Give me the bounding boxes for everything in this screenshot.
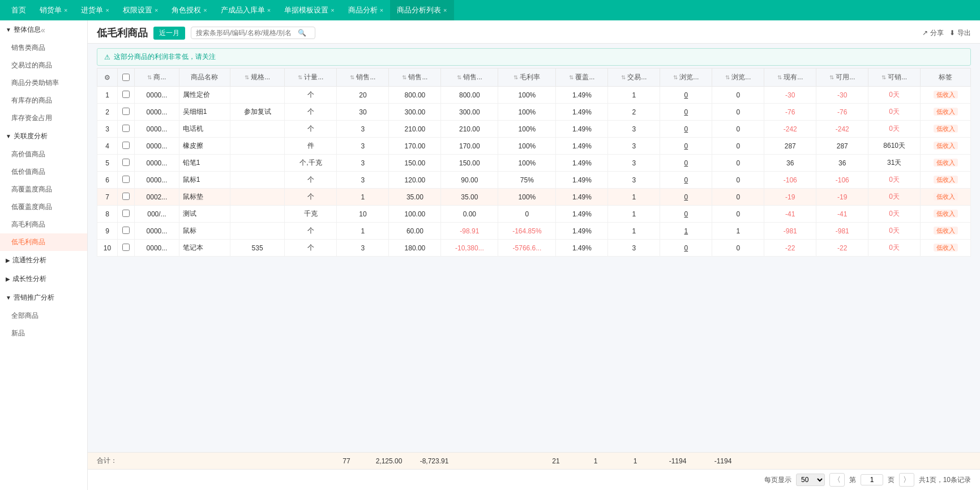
sidebar-item-low-value[interactable]: 低价值商品 <box>0 163 87 181</box>
code-col-header[interactable]: ⇅商... <box>135 69 179 87</box>
nav-sales-order[interactable]: 销货单 × <box>33 0 74 20</box>
row-views1[interactable]: 0 <box>660 155 712 172</box>
nav-analysis-list[interactable]: 商品分析列表 × <box>390 0 453 20</box>
sidebar-collapse-btn[interactable]: « <box>41 25 45 35</box>
row-saleable: 0天 <box>868 206 921 223</box>
sort-icon-avail: ⇅ <box>829 74 834 80</box>
sidebar-item-in-stock[interactable]: 有库存的商品 <box>0 92 87 109</box>
sidebar-item-category-sales-rate[interactable]: 商品分类助销率 <box>0 74 87 92</box>
row-views1[interactable]: 0 <box>660 240 712 257</box>
sidebar-section-circulation-header[interactable]: ▶ 流通性分析 <box>0 251 87 270</box>
saleable-col-header[interactable]: ⇅可销... <box>868 69 921 87</box>
current-stock-col-header[interactable]: ⇅现有... <box>764 69 816 87</box>
checkbox-col-header[interactable] <box>118 69 135 87</box>
nav-close-inbound[interactable]: × <box>267 0 271 20</box>
row-checkbox[interactable] <box>118 206 135 223</box>
sidebar-section-marketing-header[interactable]: ▼ 营销推广分析 <box>0 288 87 307</box>
settings-col-header[interactable]: ⚙ <box>97 69 118 87</box>
row-saleable: 0天 <box>868 87 921 104</box>
row-current-stock: 36 <box>764 155 816 172</box>
nav-close-permissions[interactable]: × <box>155 0 158 20</box>
total-info: 共1页，10条记录 <box>919 475 971 485</box>
nav-close-sales[interactable]: × <box>64 0 67 20</box>
sidebar-item-high-coverage[interactable]: 高覆盖度商品 <box>0 181 87 198</box>
sidebar-item-inventory-capital[interactable]: 库存资金占用 <box>0 109 87 127</box>
sidebar-item-high-value[interactable]: 高价值商品 <box>0 146 87 163</box>
row-views1[interactable]: 0 <box>660 138 712 155</box>
transactions-col-header[interactable]: ⇅交易... <box>608 69 660 87</box>
row-checkbox[interactable] <box>118 189 135 206</box>
nav-role-auth[interactable]: 角色授权 × <box>165 0 213 20</box>
row-views1[interactable]: 0 <box>660 104 712 121</box>
row-views1[interactable]: 0 <box>660 189 712 206</box>
sidebar-item-traded-products[interactable]: 交易过的商品 <box>0 57 87 74</box>
share-button[interactable]: ↗ 分享 <box>922 28 944 38</box>
row-checkbox[interactable] <box>118 138 135 155</box>
unit-col-header[interactable]: ⇅计量... <box>285 69 337 87</box>
nav-purchase-order[interactable]: 进货单 × <box>74 0 115 20</box>
nav-close-role[interactable]: × <box>203 0 207 20</box>
sidebar-section-correlation-header[interactable]: ▼ 关联度分析 <box>0 127 87 146</box>
coverage-col-header[interactable]: ⇅覆盖... <box>556 69 608 87</box>
search-input[interactable] <box>196 29 298 37</box>
row-spec: 535 <box>230 240 285 257</box>
date-filter-button[interactable]: 近一月 <box>153 27 185 40</box>
row-checkbox[interactable] <box>118 104 135 121</box>
row-sales-qty: 20 <box>337 87 389 104</box>
next-page-button[interactable]: 〉 <box>899 473 914 487</box>
search-icon[interactable]: 🔍 <box>298 29 306 37</box>
tag-col-header[interactable]: 标签 <box>921 69 971 87</box>
row-checkbox[interactable] <box>118 240 135 257</box>
settings-icon[interactable]: ⚙ <box>104 74 110 82</box>
gross-margin-col-header[interactable]: ⇅毛利率 <box>498 69 556 87</box>
nav-permissions[interactable]: 权限设置 × <box>116 0 165 20</box>
select-all-checkbox[interactable] <box>122 74 130 81</box>
per-page-select[interactable]: 50 100 <box>796 474 825 486</box>
row-tag: 低收入 <box>921 223 971 240</box>
total-available: -1194 <box>700 457 746 465</box>
export-button[interactable]: ⬇ 导出 <box>949 28 971 38</box>
nav-home[interactable]: 首页 <box>5 0 33 20</box>
sidebar-section-growth-header[interactable]: ▶ 成长性分析 <box>0 270 87 288</box>
sidebar-item-high-margin[interactable]: 高毛利商品 <box>0 216 87 233</box>
nav-template-settings[interactable]: 单据模板设置 × <box>277 0 341 20</box>
nav-close-purchase[interactable]: × <box>105 0 109 20</box>
available-col-header[interactable]: ⇅可用... <box>816 69 868 87</box>
nav-product-inbound[interactable]: 产成品入库单 × <box>214 0 277 20</box>
row-checkbox[interactable] <box>118 223 135 240</box>
page-number-input[interactable] <box>861 474 883 485</box>
row-views1[interactable]: 0 <box>660 121 712 138</box>
export-icon: ⬇ <box>949 29 955 37</box>
row-views2: 0 <box>712 138 764 155</box>
sidebar-item-sales-products[interactable]: 销售类商品 <box>0 39 87 57</box>
row-views1[interactable]: 0 <box>660 87 712 104</box>
row-name: 铅笔1 <box>179 155 230 172</box>
sales-qty-col-header[interactable]: ⇅销售... <box>337 69 389 87</box>
sidebar-item-new-products[interactable]: 新品 <box>0 325 87 342</box>
row-checkbox[interactable] <box>118 155 135 172</box>
nav-close-analysis[interactable]: × <box>380 0 383 20</box>
nav-product-analysis[interactable]: 商品分析 × <box>341 0 390 20</box>
row-views1[interactable]: 0 <box>660 206 712 223</box>
sales-amount-col-header[interactable]: ⇅销售... <box>389 69 441 87</box>
sidebar-section-overall-header[interactable]: ▼ 整体信息 « <box>0 20 87 39</box>
nav-close-template[interactable]: × <box>331 0 334 20</box>
sales-profit-col-header[interactable]: ⇅销售... <box>441 69 498 87</box>
sidebar-item-all-products[interactable]: 全部商品 <box>0 307 87 325</box>
sidebar-item-low-margin[interactable]: 低毛利商品 <box>0 233 87 251</box>
spec-col-header[interactable]: ⇅规格... <box>230 69 285 87</box>
prev-page-button[interactable]: 〈 <box>829 473 845 487</box>
row-current-stock: -242 <box>764 121 816 138</box>
row-views1[interactable]: 1 <box>660 223 712 240</box>
arrow-icon-correlation: ▼ <box>6 133 11 139</box>
sort-icon-code: ⇅ <box>147 74 152 80</box>
name-col-header[interactable]: 商品名称 <box>179 69 230 87</box>
views2-col-header[interactable]: ⇅浏览... <box>712 69 764 87</box>
nav-close-list[interactable]: × <box>443 0 447 20</box>
row-views1[interactable]: 0 <box>660 172 712 189</box>
sidebar-item-low-coverage[interactable]: 低覆盖度商品 <box>0 198 87 216</box>
row-checkbox[interactable] <box>118 87 135 104</box>
row-checkbox[interactable] <box>118 121 135 138</box>
views1-col-header[interactable]: ⇅浏览... <box>660 69 712 87</box>
row-checkbox[interactable] <box>118 172 135 189</box>
